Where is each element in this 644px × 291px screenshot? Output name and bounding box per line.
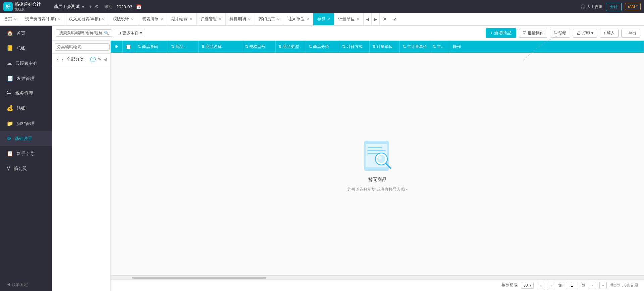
- svg-point-8: [378, 156, 382, 159]
- tab-partner-close[interactable]: ✕: [306, 17, 309, 21]
- th-main-unit[interactable]: ⇅ 主计量单位: [400, 41, 430, 53]
- tab-template-close[interactable]: ✕: [131, 17, 134, 21]
- service-button[interactable]: 🎧 人工咨询: [580, 4, 603, 10]
- tab-unit-close[interactable]: ✕: [357, 17, 359, 21]
- search-input[interactable]: [59, 31, 103, 35]
- export-icon: ↓: [625, 31, 627, 35]
- empty-state-svg: [357, 136, 397, 173]
- tab-unit[interactable]: 计量单位 ✕: [334, 13, 364, 25]
- first-page-button[interactable]: «: [537, 282, 544, 289]
- search-box: 🔍: [56, 29, 112, 37]
- th-gear[interactable]: ⚙: [111, 41, 123, 53]
- cloud-icon: ☁: [7, 60, 12, 66]
- sort-category-icon: ⇅: [309, 44, 312, 49]
- tab-tax-label: 税表清单: [142, 16, 158, 22]
- sidebar-item-home[interactable]: 🏠 首页: [0, 26, 52, 41]
- sidebar-item-close[interactable]: 💰 结账: [0, 101, 52, 116]
- th-code[interactable]: ⇅ 商品...: [168, 41, 199, 53]
- th-type-label: 商品类型: [283, 44, 299, 50]
- search-button[interactable]: 🔍: [104, 31, 109, 35]
- empty-arrow-svg: [510, 41, 577, 70]
- tab-expand-button[interactable]: ⤢: [390, 13, 400, 26]
- calendar-icon[interactable]: 📅: [136, 4, 141, 9]
- cancel-fixed-button[interactable]: ◀ 取消固定: [0, 279, 52, 291]
- tab-period-close[interactable]: ✕: [190, 17, 192, 21]
- tab-balance[interactable]: 资产负债表(中期) ✕: [21, 13, 65, 25]
- tab-period[interactable]: 期末结转 ✕: [167, 13, 197, 25]
- sidebar-item-invoice[interactable]: 🧾 发票管理: [0, 71, 52, 86]
- tab-archive-close[interactable]: ✕: [219, 17, 221, 21]
- per-page-select[interactable]: 50 ▾: [521, 282, 533, 289]
- th-category[interactable]: ⇅ 商品分类: [306, 41, 339, 53]
- category-edit-icon[interactable]: ✎: [98, 57, 101, 62]
- tab-tax[interactable]: 税表清单 ✕: [138, 13, 167, 25]
- sidebar-item-tax[interactable]: 🏛 税务管理: [0, 86, 52, 101]
- sidebar-item-ledger[interactable]: 📒 总账: [0, 41, 52, 56]
- account-button[interactable]: 会计: [606, 3, 622, 11]
- page-input[interactable]: [566, 282, 578, 289]
- tab-partner-label: 往来单位: [288, 16, 304, 22]
- print-icon: 🖨: [577, 31, 581, 35]
- category-search-input[interactable]: [55, 43, 110, 51]
- next-page-button[interactable]: ›: [589, 282, 596, 289]
- tab-subject[interactable]: 科目期初 ✕: [226, 13, 255, 25]
- scroll-thumb[interactable]: [132, 277, 266, 279]
- th-unit[interactable]: ⇅ 计量单位: [370, 41, 400, 53]
- sort-unit-icon: ⇅: [372, 44, 376, 49]
- tab-balance-close[interactable]: ✕: [58, 17, 61, 21]
- logo-area: 好 畅捷通好会计 旗舰版: [3, 2, 50, 12]
- empty-illustration: 暂无商品 您可以选择新增,或者直接导入哦~: [347, 136, 407, 192]
- sort-name-icon: ⇅: [201, 44, 205, 49]
- th-col3[interactable]: ⇅ 主...: [430, 41, 450, 53]
- prev-page-button[interactable]: ‹: [548, 282, 555, 289]
- settings-icon[interactable]: ⚙: [95, 4, 99, 9]
- th-type[interactable]: ⇅ 商品类型: [276, 41, 306, 53]
- tab-next-button[interactable]: ▶: [372, 13, 380, 26]
- dropdown-arrow-icon[interactable]: ▾: [82, 4, 84, 9]
- th-spec[interactable]: ⇅ 规格型号: [242, 41, 276, 53]
- add-icon[interactable]: ＋: [88, 4, 93, 10]
- tab-dept[interactable]: 部门员工 ✕: [255, 13, 284, 25]
- import-button[interactable]: ↑ 导入: [600, 29, 619, 38]
- last-page-button[interactable]: »: [599, 282, 607, 289]
- sidebar-item-settings[interactable]: ⚙ 基础设置: [0, 131, 52, 146]
- tab-partner[interactable]: 往来单位 ✕: [284, 13, 313, 25]
- select-all-checkbox[interactable]: [126, 45, 131, 49]
- sidebar-item-guide[interactable]: 📋 新手引导: [0, 146, 52, 161]
- th-pricing[interactable]: ⇅ 计价方式: [339, 41, 370, 53]
- add-product-label: + 新增商品: [490, 30, 512, 36]
- empty-title: 暂无商品: [368, 177, 387, 183]
- all-category-label[interactable]: 全部分类: [67, 56, 88, 62]
- collapse-panel-button[interactable]: ◀: [103, 57, 107, 62]
- tab-template[interactable]: 模版设计 ✕: [109, 13, 138, 25]
- tab-income-close[interactable]: ✕: [102, 17, 105, 21]
- tab-inventory-close[interactable]: ✕: [327, 17, 330, 21]
- tab-home[interactable]: 首页 ✕: [0, 13, 21, 25]
- header-right: 🎧 人工咨询 会计 iAM *: [580, 3, 641, 11]
- category-indicator-icon: ✓: [90, 57, 96, 62]
- tab-income[interactable]: 收入支出表(年报) ✕: [65, 13, 109, 25]
- th-name[interactable]: ⇅ 商品名称: [199, 41, 242, 53]
- tab-dept-close[interactable]: ✕: [277, 17, 280, 21]
- scroll-bar[interactable]: [111, 275, 644, 279]
- settings-nav-icon: ⚙: [7, 135, 11, 142]
- more-conditions-button[interactable]: ⊟ 更多条件 ▾: [115, 29, 145, 37]
- tab-home-close[interactable]: ✕: [14, 17, 17, 21]
- sort-barcode-icon: ⇅: [138, 44, 141, 49]
- th-checkbox[interactable]: [123, 41, 135, 53]
- th-barcode[interactable]: ⇅ 商品条码: [135, 41, 168, 53]
- company-name[interactable]: 基层工会测试: [54, 4, 80, 10]
- tab-prev-button[interactable]: ◀: [364, 13, 372, 26]
- sidebar-item-reports[interactable]: ☁ 云报表中心: [0, 56, 52, 71]
- tab-subject-label: 科目期初: [230, 16, 246, 22]
- sidebar-item-member[interactable]: V 畅会员: [0, 161, 52, 176]
- tab-inventory[interactable]: 存货 ✕: [313, 13, 334, 25]
- tab-archive[interactable]: 归档管理 ✕: [197, 13, 226, 25]
- tab-subject-close[interactable]: ✕: [248, 17, 251, 21]
- tab-tax-close[interactable]: ✕: [160, 17, 163, 21]
- export-button[interactable]: ↓ 导出: [621, 29, 640, 38]
- sidebar-item-archive[interactable]: 📁 归档管理: [0, 116, 52, 131]
- tab-close-all-button[interactable]: ✕: [380, 13, 390, 26]
- th-barcode-label: 商品条码: [142, 44, 158, 50]
- tab-dept-label: 部门员工: [259, 16, 275, 22]
